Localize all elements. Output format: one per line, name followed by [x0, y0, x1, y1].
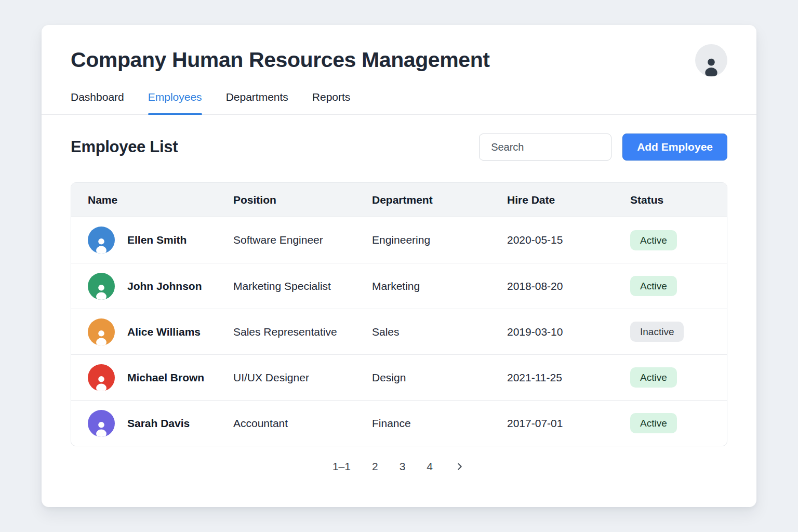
- employee-avatar: [88, 227, 115, 254]
- pagination-next-button[interactable]: [454, 461, 466, 472]
- column-header-position: Position: [217, 194, 355, 206]
- employee-position: Sales Representative: [217, 326, 355, 338]
- user-icon: [701, 56, 722, 76]
- column-header-hire-date: Hire Date: [490, 194, 614, 206]
- user-icon: [92, 328, 110, 345]
- user-icon: [92, 282, 110, 300]
- tab-bar: Dashboard Employees Departments Reports: [42, 91, 756, 115]
- employee-department: Design: [355, 371, 490, 384]
- tab-employees[interactable]: Employees: [148, 91, 202, 114]
- status-badge: Active: [630, 276, 677, 296]
- table-row[interactable]: Sarah Davis Accountant Finance 2017-07-0…: [71, 400, 727, 446]
- tab-dashboard[interactable]: Dashboard: [71, 91, 124, 114]
- employee-table: Name Position Department Hire Date Statu…: [71, 182, 727, 446]
- employee-hire-date: 2019-03-10: [490, 326, 614, 338]
- employee-name: Alice Williams: [127, 326, 201, 338]
- profile-avatar[interactable]: [695, 44, 727, 76]
- user-icon: [92, 374, 110, 391]
- section-title: Employee List: [71, 138, 178, 156]
- tab-reports[interactable]: Reports: [312, 91, 351, 114]
- employee-department: Sales: [355, 326, 490, 338]
- employee-department: Marketing: [355, 280, 490, 292]
- employee-position: Marketing Specialist: [217, 280, 355, 292]
- header: Company Human Resources Management: [42, 25, 756, 72]
- page-item-3[interactable]: 3: [400, 460, 406, 473]
- employee-position: Software Engineer: [217, 234, 355, 246]
- user-icon: [92, 236, 110, 254]
- employee-hire-date: 2021-11-25: [490, 371, 614, 384]
- table-row[interactable]: John Johnson Marketing Specialist Market…: [71, 263, 727, 309]
- main-card: Company Human Resources Management Dashb…: [42, 25, 756, 507]
- employee-hire-date: 2018-08-20: [490, 280, 614, 292]
- table-row[interactable]: Ellen Smith Software Engineer Engineerin…: [71, 217, 727, 263]
- table-row[interactable]: Alice Williams Sales Representative Sale…: [71, 309, 727, 354]
- search-input[interactable]: [479, 134, 611, 161]
- column-header-department: Department: [355, 194, 490, 206]
- tab-departments[interactable]: Departments: [226, 91, 288, 114]
- status-badge: Inactive: [630, 322, 684, 342]
- employee-name: Michael Brown: [127, 371, 204, 384]
- page-item-1[interactable]: 1–1: [332, 460, 351, 473]
- page-item-2[interactable]: 2: [372, 460, 378, 473]
- employee-avatar: [88, 410, 115, 437]
- page-item-4[interactable]: 4: [427, 460, 433, 473]
- add-employee-button[interactable]: Add Employee: [622, 134, 727, 161]
- column-header-status: Status: [614, 194, 727, 206]
- employee-avatar: [88, 273, 115, 300]
- table-row[interactable]: Michael Brown UI/UX Designer Design 2021…: [71, 354, 727, 400]
- employee-position: Accountant: [217, 417, 355, 430]
- employee-hire-date: 2017-07-01: [490, 417, 614, 430]
- employee-position: UI/UX Designer: [217, 371, 355, 384]
- employee-avatar: [88, 318, 115, 345]
- chevron-right-icon: [454, 461, 466, 472]
- column-header-name: Name: [71, 194, 217, 206]
- page-title: Company Human Resources Management: [71, 48, 727, 72]
- user-icon: [92, 419, 110, 437]
- content: Employee List Add Employee Name Position…: [42, 115, 756, 473]
- employee-name: Ellen Smith: [127, 234, 187, 246]
- table-header-row: Name Position Department Hire Date Statu…: [71, 183, 727, 217]
- employee-hire-date: 2020-05-15: [490, 234, 614, 246]
- employee-avatar: [88, 364, 115, 391]
- status-badge: Active: [630, 367, 677, 388]
- employee-name: John Johnson: [127, 280, 202, 292]
- employee-department: Engineering: [355, 234, 490, 246]
- status-badge: Active: [630, 413, 677, 433]
- toolbar: Employee List Add Employee: [71, 134, 727, 161]
- employee-department: Finance: [355, 417, 490, 430]
- pagination: 1–1 2 3 4: [71, 460, 727, 473]
- employee-name: Sarah Davis: [127, 417, 190, 430]
- status-badge: Active: [630, 230, 677, 250]
